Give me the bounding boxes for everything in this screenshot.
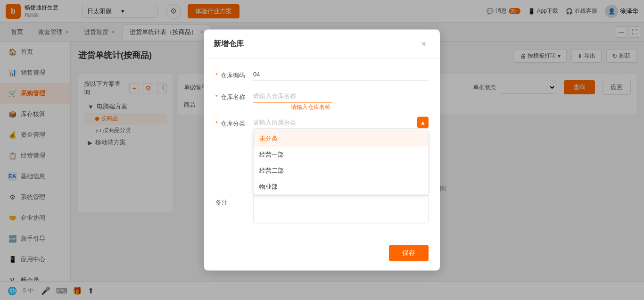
form-row-name: * 仓库名称 请输入仓库名称: [215, 90, 429, 103]
code-label: * 仓库编码: [215, 68, 253, 80]
form-row-note: 备注: [215, 195, 429, 224]
form-row-code: * 仓库编码: [215, 68, 429, 81]
modal-body: * 仓库编码 * 仓库名称 请输入仓库名称 * 仓库分类 ▲: [204, 58, 440, 240]
note-label: 备注: [215, 195, 253, 207]
form-row-category: * 仓库分类 ▲ 未分类 经营一部 经营二部 物业部: [215, 116, 429, 129]
note-textarea[interactable]: [253, 195, 429, 224]
category-dropdown-arrow[interactable]: ▲: [417, 117, 429, 128]
category-dropdown: 未分类 经营一部 经营二部 物业部: [253, 130, 429, 195]
modal-new-warehouse: 新增仓库 × * 仓库编码 * 仓库名称 请输入仓库名称 *: [204, 30, 440, 271]
dropdown-item-dept1[interactable]: 经营一部: [254, 147, 428, 163]
name-error-msg: 请输入仓库名称: [291, 103, 330, 111]
modal-title: 新增仓库: [214, 39, 244, 49]
modal-footer: 保存: [204, 240, 440, 271]
dropdown-item-uncategorized[interactable]: 未分类: [254, 131, 428, 147]
category-label: * 仓库分类: [215, 116, 253, 128]
dropdown-item-dept2[interactable]: 经营二部: [254, 163, 428, 179]
dropdown-item-property[interactable]: 物业部: [254, 179, 428, 195]
save-button[interactable]: 保存: [389, 245, 429, 261]
modal-close-button[interactable]: ×: [417, 37, 430, 50]
category-input[interactable]: [253, 116, 429, 129]
category-select-wrapper: ▲ 未分类 经营一部 经营二部 物业部: [253, 116, 429, 129]
code-input[interactable]: [253, 68, 429, 81]
name-input[interactable]: [253, 90, 332, 103]
modal-header: 新增仓库 ×: [204, 30, 440, 58]
name-label: * 仓库名称: [215, 90, 253, 101]
